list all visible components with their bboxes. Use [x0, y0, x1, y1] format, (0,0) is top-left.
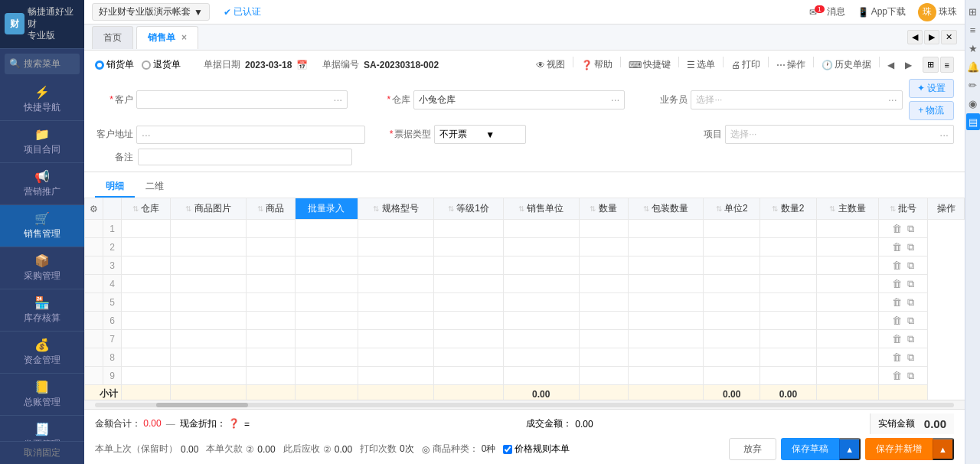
cell-6-6[interactable]	[503, 330, 579, 348]
copy-row-button[interactable]: ⧉	[906, 351, 916, 364]
address-input[interactable]: ···	[136, 126, 365, 144]
cell-3-4[interactable]	[358, 275, 434, 293]
cell-2-11[interactable]	[816, 257, 878, 275]
cell-6-5[interactable]	[433, 330, 503, 348]
price-rule-checkbox[interactable]: 价格规则本单	[503, 443, 570, 456]
th-main-qty[interactable]: ⇅ 主数量	[816, 198, 878, 220]
cell-2-7[interactable]	[579, 257, 628, 275]
th-warehouse[interactable]: ⇅ 仓库	[122, 198, 171, 220]
cell-5-0[interactable]	[122, 312, 171, 330]
delete-row-button[interactable]: 🗑	[890, 333, 903, 345]
cell-7-2[interactable]	[246, 348, 295, 367]
delete-row-button[interactable]: 🗑	[890, 278, 903, 290]
address-dots[interactable]: ···	[142, 129, 151, 141]
cell-4-0[interactable]	[122, 293, 171, 312]
cell-2-1[interactable]	[171, 257, 247, 275]
next-doc-button[interactable]: ▶	[902, 57, 915, 73]
cell-2-4[interactable]	[358, 257, 434, 275]
cell-1-6[interactable]	[503, 238, 579, 257]
save-draft-arrow-button[interactable]: ▲	[839, 438, 861, 460]
shortcut-button[interactable]: ⌨ 快捷键	[626, 57, 674, 73]
cell-8-3[interactable]	[295, 367, 358, 385]
edit-icon[interactable]: ✏	[966, 77, 980, 93]
copy-row-button[interactable]: ⧉	[906, 241, 916, 253]
cell-8-1[interactable]	[171, 367, 247, 385]
grid-icon[interactable]: ⊞	[966, 3, 980, 20]
cell-2-9[interactable]	[704, 257, 760, 275]
operation-button[interactable]: ⋯ 操作	[773, 57, 808, 73]
sidebar-item-project[interactable]: 📁项目合同	[0, 121, 84, 163]
th-qty[interactable]: ⇅ 数量	[579, 198, 628, 220]
cell-0-0[interactable]	[122, 220, 171, 238]
cell-4-6[interactable]	[503, 293, 579, 312]
help-button[interactable]: ❓ 帮助	[578, 57, 616, 73]
active-panel-button[interactable]: ▤	[966, 113, 980, 130]
cell-4-9[interactable]	[704, 293, 760, 312]
add-logistics-button[interactable]: + 物流	[909, 101, 954, 120]
sidebar-item-marketing[interactable]: 📢营销推广	[0, 163, 84, 205]
cell-3-7[interactable]	[579, 275, 628, 293]
th-product[interactable]: ⇅ 商品	[246, 198, 295, 220]
copy-row-button[interactable]: ⧉	[906, 223, 916, 235]
th-spec[interactable]: ⇅ 规格型号	[358, 198, 434, 220]
cell-8-4[interactable]	[358, 367, 434, 385]
grid-view-button[interactable]: ⊞	[923, 57, 939, 73]
cell-4-4[interactable]	[358, 293, 434, 312]
cell-5-11[interactable]	[816, 312, 878, 330]
delete-row-button[interactable]: 🗑	[890, 351, 903, 364]
cell-7-7[interactable]	[579, 348, 628, 367]
price-rule-check-input[interactable]	[503, 445, 512, 454]
warehouse-dots[interactable]: ···	[611, 93, 620, 106]
cell-3-9[interactable]	[704, 275, 760, 293]
copy-row-button[interactable]: ⧉	[906, 315, 916, 327]
cell-5-8[interactable]	[628, 312, 704, 330]
cell-0-9[interactable]	[704, 220, 760, 238]
cell-5-5[interactable]	[433, 312, 503, 330]
copy-row-button[interactable]: ⧉	[906, 260, 916, 272]
cell-8-11[interactable]	[816, 367, 878, 385]
sidebar-item-capital[interactable]: 💰资金管理	[0, 332, 84, 374]
radio-return-order[interactable]: 退货单	[142, 58, 181, 71]
cell-0-4[interactable]	[358, 220, 434, 238]
delete-row-button[interactable]: 🗑	[890, 370, 903, 382]
cell-3-3[interactable]	[295, 275, 358, 293]
cell-6-4[interactable]	[358, 330, 434, 348]
setup-button[interactable]: ✦ 设置	[909, 79, 954, 98]
th-unit2[interactable]: ⇅ 单位2	[704, 198, 760, 220]
tab-close-all-button[interactable]: ✕	[941, 30, 957, 44]
cell-3-2[interactable]	[246, 275, 295, 293]
cell-8-10[interactable]	[760, 367, 817, 385]
cell-3-6[interactable]	[503, 275, 579, 293]
cell-2-2[interactable]	[246, 257, 295, 275]
cell-0-1[interactable]	[171, 220, 247, 238]
customer-input[interactable]: ···	[136, 90, 348, 109]
cell-6-7[interactable]	[579, 330, 628, 348]
copy-row-button[interactable]: ⧉	[906, 370, 916, 382]
copy-row-button[interactable]: ⧉	[906, 333, 916, 345]
star-icon[interactable]: ★	[966, 40, 980, 57]
delete-row-button[interactable]: 🗑	[890, 315, 903, 327]
save-draft-button[interactable]: 保存草稿	[781, 438, 839, 460]
scroll-thumb[interactable]	[156, 403, 248, 407]
cell-0-2[interactable]	[246, 220, 295, 238]
cell-5-6[interactable]	[503, 312, 579, 330]
settings-column-header[interactable]: ⚙	[85, 198, 103, 220]
horizontal-scrollbar[interactable]	[84, 400, 965, 409]
cell-0-7[interactable]	[579, 220, 628, 238]
cell-1-3[interactable]	[295, 238, 358, 257]
cell-7-9[interactable]	[704, 348, 760, 367]
cell-8-0[interactable]	[122, 367, 171, 385]
cell-6-9[interactable]	[704, 330, 760, 348]
cell-2-3[interactable]	[295, 257, 358, 275]
cell-7-11[interactable]	[816, 348, 878, 367]
list-icon[interactable]: ≡	[966, 21, 980, 38]
cell-0-11[interactable]	[816, 220, 878, 238]
view-button[interactable]: 👁 视图	[533, 57, 568, 73]
cell-7-3[interactable]	[295, 348, 358, 367]
cell-2-10[interactable]	[760, 257, 817, 275]
salesperson-input[interactable]: 选择··· ···	[691, 90, 902, 109]
cell-8-2[interactable]	[246, 367, 295, 385]
cell-6-1[interactable]	[171, 330, 247, 348]
delete-row-button[interactable]: 🗑	[890, 260, 903, 272]
cell-1-4[interactable]	[358, 238, 434, 257]
